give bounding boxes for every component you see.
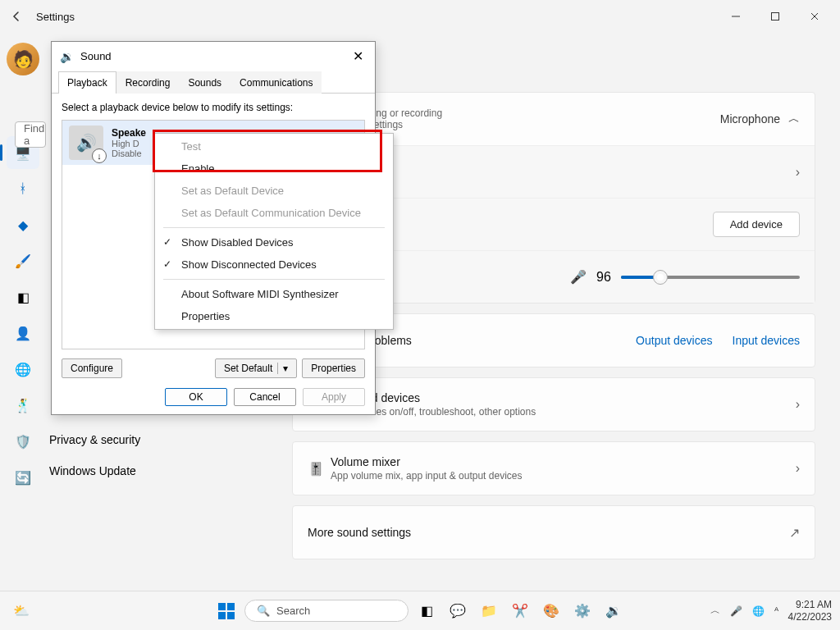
speaker-icon: 🔊↓ [69, 126, 103, 160]
clock[interactable]: 9:21 AM 4/22/2023 [788, 599, 832, 623]
nav-accounts[interactable]: 👤 [7, 317, 39, 349]
start-button[interactable] [213, 598, 240, 624]
tray-mic-icon[interactable]: 🎤 [730, 605, 742, 617]
taskbar: ⛅ 🔍 Search ◧ 💬 📁 ✂️ 🎨 ⚙️ 🔉 ︿ 🎤 🌐 ᴬ 9:21 … [0, 591, 840, 630]
chevron-right-icon: › [796, 165, 800, 180]
search-icon: 🔍 [257, 605, 270, 617]
tab-communications[interactable]: Communications [231, 71, 322, 94]
mixer-panel: 🎚️ Volume mixer App volume mix, app inpu… [292, 441, 815, 495]
set-default-button[interactable]: Set Default [215, 358, 297, 378]
svg-rect-5 [227, 612, 235, 619]
sidebar-labels: Privacy & security Windows Update [49, 433, 140, 477]
tray-network-icon[interactable]: 🌐 [752, 605, 765, 617]
weather-widget[interactable]: ⛅ [8, 598, 34, 624]
taskbar-search[interactable]: 🔍 Search [244, 600, 409, 622]
system-tray[interactable]: ︿ 🎤 🌐 ᴬ 9:21 AM 4/22/2023 [710, 599, 832, 623]
window-title: Settings [36, 11, 75, 23]
properties-button[interactable]: Properties [302, 358, 365, 378]
dialog-hint: Select a playback device below to modify… [62, 102, 365, 113]
microphone-dropdown[interactable]: Microphone ︿ [720, 112, 800, 126]
tab-playback[interactable]: Playback [58, 71, 116, 94]
dialog-close-button[interactable]: ✕ [349, 48, 367, 64]
nav-bluetooth[interactable]: ᚼ [7, 172, 39, 205]
microphone-label: Microphone [720, 112, 780, 126]
task-view[interactable]: ◧ [413, 598, 440, 624]
device-context-menu: Test Enable Set as Default Device Set as… [154, 133, 394, 330]
sidebar-item-privacy[interactable]: Privacy & security [49, 433, 140, 446]
close-button[interactable] [796, 4, 833, 29]
file-explorer-icon[interactable]: 📁 [476, 598, 502, 624]
chevron-right-icon: › [796, 397, 800, 412]
chevron-up-icon: ︿ [788, 112, 800, 126]
configure-button[interactable]: Configure [62, 358, 122, 378]
search-placeholder: Find a [24, 122, 44, 147]
output-devices-link[interactable]: Output devices [636, 334, 712, 347]
menu-show-disabled[interactable]: Show Disabled Devices [155, 231, 393, 253]
sound-panel-icon[interactable]: 🔉 [600, 598, 627, 624]
paint-icon[interactable]: 🎨 [538, 598, 564, 624]
mixer-sub: App volume mix, app input & output devic… [331, 470, 796, 482]
menu-enable[interactable]: Enable [155, 158, 393, 180]
clock-date: 4/22/2023 [788, 611, 832, 623]
clock-time: 9:21 AM [788, 599, 832, 610]
device-driver: High D [112, 139, 146, 148]
nav-network[interactable]: ◆ [7, 208, 39, 241]
menu-show-disconnected[interactable]: Show Disconnected Devices [155, 253, 393, 276]
tab-sounds[interactable]: Sounds [179, 71, 231, 94]
input-devices-link[interactable]: Input devices [733, 334, 801, 347]
volume-control[interactable]: 🎤 96 [570, 269, 800, 285]
nav-time[interactable]: 🌐 [7, 353, 39, 386]
menu-set-default-comm[interactable]: Set as Default Communication Device [155, 202, 393, 224]
svg-rect-2 [218, 603, 226, 610]
dialog-tabs: Playback Recording Sounds Communications [52, 71, 375, 94]
device-name: Speake [112, 127, 146, 139]
snipping-tool-icon[interactable]: ✂️ [507, 598, 533, 624]
mic-icon: 🎤 [570, 269, 587, 285]
mixer-icon: 🎚️ [308, 461, 331, 477]
nav-update[interactable]: 🔄 [7, 461, 39, 494]
more-settings-label: More sound settings [308, 526, 789, 539]
tray-chevron-icon[interactable]: ︿ [710, 604, 720, 618]
all-devices-sub: Turn devices on/off, troubleshoot, other… [331, 406, 796, 418]
device-status: Disable [112, 148, 146, 158]
user-avatar[interactable]: 🧑 [7, 43, 39, 75]
menu-test[interactable]: Test [155, 135, 393, 158]
volume-value: 96 [596, 270, 611, 285]
taskbar-search-label: Search [276, 605, 310, 617]
svg-rect-1 [772, 13, 779, 21]
menu-separator [163, 279, 385, 280]
chat-icon[interactable]: 💬 [445, 598, 471, 624]
titlebar: Settings [0, 0, 840, 33]
mixer-row[interactable]: 🎚️ Volume mixer App volume mix, app inpu… [293, 442, 815, 495]
back-button[interactable] [7, 7, 26, 26]
all-devices-title: All sound devices [331, 391, 796, 404]
volume-slider[interactable] [621, 276, 800, 279]
external-link-icon: ↗ [789, 525, 800, 541]
menu-properties[interactable]: Properties [155, 305, 393, 327]
sidebar: 🧑 🖥️ ᚼ ◆ 🖌️ ◧ 👤 🌐 🕺 🛡️ 🔄 [0, 33, 46, 591]
nav-personalization[interactable]: 🖌️ [7, 244, 39, 277]
minimize-button[interactable] [717, 4, 755, 29]
sidebar-item-update[interactable]: Windows Update [49, 464, 140, 477]
tab-recording[interactable]: Recording [116, 71, 180, 94]
add-device-button[interactable]: Add device [713, 212, 800, 237]
sound-dialog-icon: 🔉 [60, 50, 74, 63]
menu-about-midi[interactable]: About Software MIDI Synthesizer [155, 283, 393, 305]
apply-button[interactable]: Apply [303, 388, 365, 406]
cancel-button[interactable]: Cancel [234, 388, 296, 406]
svg-rect-4 [218, 612, 226, 619]
more-settings-panel: More sound settings ↗ [292, 505, 815, 559]
maximize-button[interactable] [756, 4, 794, 29]
menu-set-default[interactable]: Set as Default Device [155, 180, 393, 202]
settings-search-input[interactable]: Find a [15, 121, 46, 148]
nav-accessibility[interactable]: 🕺 [7, 389, 39, 422]
mixer-title: Volume mixer [331, 455, 796, 468]
ok-button[interactable]: OK [165, 388, 227, 406]
disabled-overlay-icon: ↓ [92, 148, 107, 163]
nav-privacy[interactable]: 🛡️ [7, 425, 39, 458]
more-settings-row[interactable]: More sound settings ↗ [293, 506, 815, 559]
chevron-right-icon: › [796, 461, 800, 476]
nav-apps[interactable]: ◧ [7, 281, 39, 313]
settings-icon[interactable]: ⚙️ [569, 598, 596, 624]
tray-language-icon[interactable]: ᴬ [774, 605, 778, 617]
